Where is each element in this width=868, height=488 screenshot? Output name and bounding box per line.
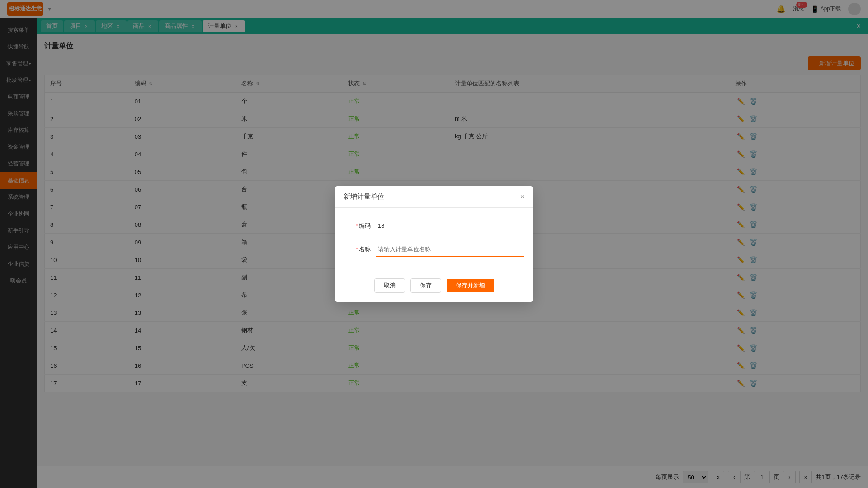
cancel-button[interactable]: 取消	[374, 278, 405, 293]
modal-header: 新增计量单位 ×	[335, 186, 533, 208]
name-input[interactable]	[376, 242, 524, 257]
form-row-name: *名称	[344, 242, 524, 257]
modal-title: 新增计量单位	[344, 192, 384, 201]
modal-close-button[interactable]: ×	[520, 193, 524, 201]
form-row-code: *编码	[344, 219, 524, 233]
name-required-mark: *	[356, 246, 358, 253]
save-button[interactable]: 保存	[410, 278, 441, 293]
modal-body: *编码 *名称	[335, 208, 533, 273]
name-label: *名称	[344, 245, 371, 253]
code-label: *编码	[344, 222, 371, 230]
save-and-new-button[interactable]: 保存并新增	[447, 279, 494, 292]
code-input[interactable]	[376, 219, 524, 233]
modal-footer: 取消 保存 保存并新增	[335, 273, 533, 302]
modal-overlay[interactable]: 新增计量单位 × *编码 *名称 取消 保存 保存并新增	[0, 0, 868, 488]
modal-add-unit: 新增计量单位 × *编码 *名称 取消 保存 保存并新增	[335, 186, 533, 302]
code-required-mark: *	[356, 222, 358, 229]
